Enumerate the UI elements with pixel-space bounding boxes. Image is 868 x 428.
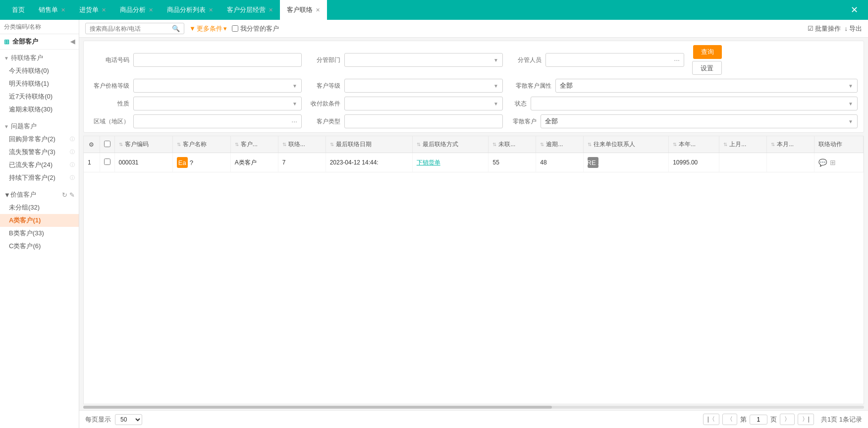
row-checkbox[interactable] bbox=[104, 159, 110, 165]
filter-payment-select[interactable]: ▼ bbox=[344, 97, 503, 110]
sidebar-item-overdue[interactable]: 逾期未联络(30) bbox=[0, 103, 79, 116]
th-contacts[interactable]: ⇅联络... bbox=[278, 136, 326, 153]
export-button[interactable]: ↓ 导出 bbox=[845, 24, 863, 33]
sidebar-group-problem-title[interactable]: ▼ 问题客户 bbox=[0, 120, 79, 133]
filter-cust-type-input[interactable] bbox=[344, 114, 503, 128]
scrollbar-thumb[interactable] bbox=[83, 406, 552, 409]
info-icon-1: ⓘ bbox=[70, 136, 75, 143]
chat-action-icon[interactable]: 💬 bbox=[818, 159, 827, 166]
sidebar-item-repurchase[interactable]: 回购异常客户(2) ⓘ bbox=[0, 133, 79, 146]
filter-dept-select[interactable]: ▼ bbox=[344, 53, 503, 67]
top-nav: 首页 销售单 ✕ 进货单 ✕ 商品分析 ✕ 商品分析列表 ✕ 客户分层经营 ✕ … bbox=[0, 0, 868, 20]
tab-analysis-list[interactable]: 商品分析列表 ✕ bbox=[160, 0, 220, 20]
th-settings[interactable]: ⚙ bbox=[84, 136, 100, 153]
close-sales-icon[interactable]: ✕ bbox=[61, 7, 65, 13]
first-page-button[interactable]: |〈 bbox=[703, 414, 719, 425]
close-analysis-list-icon[interactable]: ✕ bbox=[209, 7, 213, 13]
sort-code-icon: ⇅ bbox=[119, 142, 123, 147]
sidebar-group-value-title[interactable]: ▼ 价值客户 ↻ ✎ bbox=[0, 188, 79, 201]
sidebar-item-b-class[interactable]: B类客户(33) bbox=[0, 227, 79, 240]
sidebar-item-week[interactable]: 近7天待联络(0) bbox=[0, 90, 79, 103]
last-page-button[interactable]: 〉| bbox=[798, 414, 814, 425]
sidebar-item-churned[interactable]: 已流失客户(24) ⓘ bbox=[0, 159, 79, 171]
th-unit-contacts[interactable]: ⇅往来单位联系人 bbox=[584, 136, 669, 153]
close-customer-mgmt-icon[interactable]: ✕ bbox=[269, 7, 273, 13]
sidebar-item-a-class[interactable]: A类客户(1) bbox=[0, 214, 79, 227]
main-search-input[interactable] bbox=[90, 25, 172, 32]
filter-cust-level-select[interactable]: ▼ bbox=[344, 79, 503, 93]
close-customer-contact-icon[interactable]: ✕ bbox=[316, 7, 320, 13]
filter-status-select[interactable]: ▼ bbox=[531, 97, 858, 110]
th-this-month[interactable]: ⇅本月... bbox=[767, 136, 814, 153]
dept-dropdown-icon: ▼ bbox=[493, 57, 498, 63]
filter-nature-select[interactable]: ▼ bbox=[133, 97, 302, 110]
filter-row-1: 电话号码 分管部门 ▼ 分管人员 ··· 查询 设置 bbox=[90, 45, 858, 75]
sidebar-collapse-icon[interactable]: ◀ bbox=[70, 38, 75, 45]
th-action: 联络动作 bbox=[814, 136, 864, 153]
sidebar-item-declining[interactable]: 持续下滑客户(2) ⓘ bbox=[0, 171, 79, 184]
filter-retail-select[interactable]: 全部 ▼ bbox=[541, 114, 858, 128]
horizontal-scrollbar[interactable] bbox=[79, 404, 868, 410]
sidebar-item-today[interactable]: 今天待联络(0) bbox=[0, 64, 79, 77]
filter-label-status: 状态 bbox=[507, 100, 527, 108]
window-close-icon[interactable]: ✕ bbox=[846, 4, 863, 15]
tab-customer-contact[interactable]: 客户联络 ✕ bbox=[280, 0, 327, 20]
setting-button[interactable]: 设置 bbox=[692, 61, 722, 75]
sidebar-item-churn-warning[interactable]: 流失预警客户(3) ⓘ bbox=[0, 146, 79, 159]
arrow-down-icon: ▼ bbox=[4, 55, 9, 61]
my-customer-checkbox[interactable] bbox=[232, 25, 238, 32]
th-last-way[interactable]: ⇅最后联络方式 bbox=[412, 136, 488, 153]
sidebar-group-pending-title[interactable]: ▼ 待联络客户 bbox=[0, 52, 79, 64]
next-page-button[interactable]: 〉 bbox=[780, 414, 795, 425]
th-customer-type[interactable]: ⇅客户... bbox=[230, 136, 278, 153]
select-all-checkbox[interactable] bbox=[104, 141, 110, 147]
th-code[interactable]: ⇅客户编码 bbox=[114, 136, 172, 153]
main-search-icon[interactable]: 🔍 bbox=[172, 25, 180, 32]
th-not-contacted[interactable]: ⇅未联... bbox=[488, 136, 536, 153]
close-analysis-icon[interactable]: ✕ bbox=[149, 7, 153, 13]
tab-sales[interactable]: 销售单 ✕ bbox=[32, 0, 72, 20]
td-overdue: 48 bbox=[536, 153, 584, 172]
manager-more-icon[interactable]: ··· bbox=[674, 56, 680, 64]
table-row: 1 000031 Ea ? bbox=[84, 153, 864, 172]
last-contact-way-link[interactable]: 下销货单 bbox=[417, 159, 440, 166]
tab-analysis[interactable]: 商品分析 ✕ bbox=[113, 0, 160, 20]
filter-manager-input[interactable]: ··· bbox=[545, 53, 684, 67]
th-overdue[interactable]: ⇅逾期... bbox=[536, 136, 584, 153]
more-filter-button[interactable]: ▼ 更多条件 ▾ bbox=[189, 24, 227, 33]
retail-dropdown-icon: ▼ bbox=[848, 119, 853, 124]
td-name: Ea ? bbox=[172, 153, 230, 172]
sort-uc-icon: ⇅ bbox=[588, 142, 592, 147]
sidebar-all-customers[interactable]: ⊞ 全部客户 ◀ bbox=[0, 34, 79, 50]
region-more-icon[interactable]: ··· bbox=[291, 117, 297, 125]
filter-price-level-select[interactable]: ▼ bbox=[133, 79, 302, 93]
sidebar-item-c-class[interactable]: C类客户(6) bbox=[0, 240, 79, 253]
th-name[interactable]: ⇅客户名称 bbox=[172, 136, 230, 153]
prev-page-button[interactable]: 〈 bbox=[722, 414, 737, 425]
filter-region-input[interactable]: ··· bbox=[133, 114, 302, 128]
refresh-icon[interactable]: ↻ bbox=[62, 191, 67, 199]
sidebar-item-ungrouped[interactable]: 未分组(32) bbox=[0, 201, 79, 214]
tab-sales-label: 销售单 bbox=[39, 5, 58, 14]
page-number-input[interactable] bbox=[750, 415, 767, 425]
edit-icon[interactable]: ✎ bbox=[69, 191, 75, 199]
tab-home[interactable]: 首页 bbox=[5, 0, 32, 20]
qr-action-icon[interactable]: ⊞ bbox=[830, 159, 836, 166]
query-button[interactable]: 查询 bbox=[693, 45, 722, 59]
th-year-amount[interactable]: ⇅本年... bbox=[669, 136, 719, 153]
close-purchase-icon[interactable]: ✕ bbox=[102, 7, 106, 13]
filter-phone-input[interactable] bbox=[133, 53, 302, 67]
th-last-month[interactable]: ⇅上月... bbox=[719, 136, 767, 153]
filter-label-price-level: 客户价格等级 bbox=[90, 82, 129, 90]
page-size-select[interactable]: 50 100 200 bbox=[115, 414, 142, 425]
tab-customer-mgmt[interactable]: 客户分层经营 ✕ bbox=[220, 0, 280, 20]
tab-analysis-label: 商品分析 bbox=[120, 5, 146, 14]
filter-retail-attr-select[interactable]: 全部 ▼ bbox=[555, 79, 858, 93]
tab-purchase[interactable]: 进货单 ✕ bbox=[72, 0, 113, 20]
batch-operation-button[interactable]: ☑ 批量操作 bbox=[808, 24, 841, 33]
export-icon: ↓ bbox=[845, 25, 848, 32]
sidebar-search-input[interactable] bbox=[4, 23, 78, 30]
sidebar-item-tomorrow[interactable]: 明天待联络(1) bbox=[0, 77, 79, 90]
th-last-date[interactable]: ⇅最后联络日期 bbox=[326, 136, 412, 153]
price-level-dropdown-icon: ▼ bbox=[292, 83, 297, 89]
